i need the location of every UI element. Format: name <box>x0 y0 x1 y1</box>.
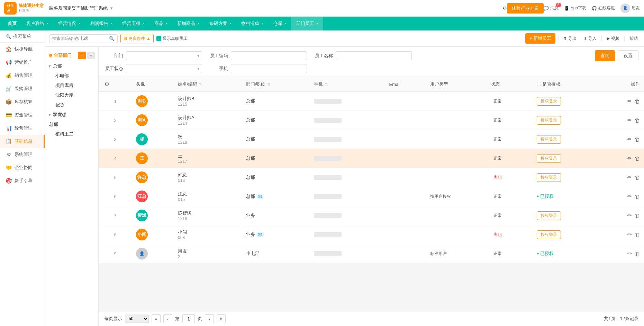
authorize-button[interactable]: 授权登录 <box>537 154 561 163</box>
close-tab-icon[interactable]: × <box>46 21 48 26</box>
table-settings-icon[interactable]: ⚙ <box>103 80 110 88</box>
authorize-button[interactable]: 授权登录 <box>537 230 561 239</box>
edit-button[interactable]: ✏ <box>627 98 632 104</box>
dept-node-总部[interactable]: 总部 <box>45 120 98 129</box>
sidebar-item-库存核算[interactable]: 📦库存核算 <box>0 95 45 108</box>
nav-tab-新增商品[interactable]: 新增商品× <box>172 17 204 30</box>
edit-button[interactable]: ✏ <box>627 212 632 219</box>
search-icon-btn[interactable]: 🔍 <box>109 36 115 41</box>
authorize-button[interactable]: 授权登录 <box>537 135 561 144</box>
edit-button[interactable]: ✏ <box>627 117 632 123</box>
edit-button[interactable]: ✏ <box>627 155 632 161</box>
system-title-arrow[interactable]: ▾ <box>110 6 113 11</box>
delete-button[interactable]: 🗑 <box>635 136 640 142</box>
query-button[interactable]: 查询 <box>595 50 615 61</box>
sidebar-item-基础信息[interactable]: 📋基础信息 <box>0 135 45 148</box>
sidebar-item-快捷导航[interactable]: 🏠快捷导航 <box>0 43 45 56</box>
delete-button[interactable]: 🗑 <box>635 175 640 180</box>
dept-sort-icon[interactable]: ⇅ <box>267 82 270 86</box>
help-button[interactable]: 帮助 <box>627 34 640 43</box>
close-tab-icon[interactable]: × <box>78 21 80 26</box>
sidebar-item-经营管理[interactable]: 📊经营管理 <box>0 122 45 135</box>
nav-tab-首页[interactable]: 首页 <box>3 17 21 30</box>
all-departments-label[interactable]: ⊞ 全部部门 <box>48 52 72 59</box>
edit-button[interactable]: ✏ <box>627 174 632 180</box>
delete-button[interactable]: 🗑 <box>635 232 640 238</box>
filter-phone-input[interactable] <box>231 64 307 73</box>
add-employee-button[interactable]: + 新增员工 <box>525 33 555 44</box>
authorize-button[interactable]: 授权登录 <box>537 211 561 220</box>
gear-icon-top[interactable]: ⚙ <box>503 6 507 11</box>
first-page-button[interactable]: « <box>152 314 161 323</box>
import-button[interactable]: ⬇ 导入 <box>581 34 599 43</box>
set-button[interactable]: 设置 <box>618 50 638 61</box>
edit-button[interactable]: ✏ <box>627 250 632 257</box>
close-tab-icon[interactable]: × <box>261 21 263 26</box>
filter-emp-code-input[interactable] <box>231 51 307 60</box>
close-tab-icon[interactable]: × <box>284 21 287 26</box>
filter-status-select[interactable] <box>126 64 202 73</box>
collapse-dept-button[interactable]: « <box>87 52 95 59</box>
dept-node-总部[interactable]: ▼总部 <box>45 61 98 71</box>
delete-button[interactable]: 🗑 <box>635 213 640 219</box>
trial-button[interactable]: 体验行业方案 <box>507 3 544 14</box>
name-sort-icon[interactable]: ⇅ <box>199 82 202 86</box>
close-tab-icon[interactable]: × <box>316 21 318 26</box>
last-page-button[interactable]: » <box>217 314 226 323</box>
next-page-button[interactable]: › <box>205 314 214 323</box>
export-button[interactable]: ⬆ 导出 <box>561 34 579 43</box>
nav-tab-经营情况[interactable]: 经营情况× <box>53 17 85 30</box>
dept-node-配货[interactable]: 配货 <box>45 100 98 110</box>
dept-node-项目库房[interactable]: 项目库房 <box>45 81 98 90</box>
more-filter-button[interactable]: ⊟ 更多条件 ▲ <box>120 34 154 43</box>
sidebar-item-资金管理[interactable]: 💳资金管理 <box>0 108 45 122</box>
dept-node-双虎想[interactable]: ▼双虎想 <box>45 110 98 120</box>
delete-button[interactable]: 🗑 <box>635 156 640 161</box>
edit-button[interactable]: ✏ <box>627 231 632 238</box>
authorize-button[interactable]: 授权登录 <box>537 116 561 125</box>
dept-node-沈阳大库[interactable]: 沈阳大库 <box>45 90 98 100</box>
user-area[interactable]: 👤 用友 <box>620 3 640 13</box>
prev-page-button[interactable]: ‹ <box>163 314 172 323</box>
add-dept-button[interactable]: + <box>78 52 86 59</box>
delete-button[interactable]: 🗑 <box>635 117 640 123</box>
nav-tab-商品[interactable]: 商品× <box>149 17 172 30</box>
online-service-button[interactable]: 🎧 在线客服 <box>592 5 615 11</box>
search-menu-item[interactable]: 🔍 搜索菜单 <box>0 30 45 43</box>
sidebar-item-企业协同[interactable]: 🤝企业协同 <box>0 161 45 174</box>
nav-tab-经营历程[interactable]: 经营历程× <box>117 17 149 30</box>
delete-button[interactable]: 🗑 <box>635 194 640 200</box>
sidebar-item-系统管理[interactable]: ⚙系统管理 <box>0 148 45 161</box>
sidebar-item-新手引导[interactable]: 🎯新手引导 <box>0 174 45 187</box>
close-tab-icon[interactable]: × <box>229 21 232 26</box>
page-number-input[interactable] <box>182 314 195 323</box>
filter-dept-select[interactable] <box>126 51 202 60</box>
delete-button[interactable]: 🗑 <box>635 251 640 257</box>
authorize-button[interactable]: 授权登录 <box>537 173 561 182</box>
nav-tab-部门员工[interactable]: 部门员工× <box>291 17 323 30</box>
filter-emp-name-input[interactable] <box>336 51 412 60</box>
search-input[interactable] <box>52 36 108 41</box>
nav-tab-客户联络[interactable]: 客户联络× <box>21 17 53 30</box>
close-tab-icon[interactable]: × <box>165 21 167 26</box>
edit-button[interactable]: ✏ <box>627 193 632 200</box>
phone-sort-icon[interactable]: ⇅ <box>325 82 328 86</box>
per-page-select[interactable]: 50 20 100 <box>125 315 149 323</box>
sidebar-item-销售管理[interactable]: 💰销售管理 <box>0 69 45 82</box>
nav-tab-仓库[interactable]: 仓库× <box>269 17 291 30</box>
sidebar-item-营销推广[interactable]: 📢营销推广 <box>0 56 45 69</box>
authorize-button[interactable]: 授权登录 <box>537 97 561 106</box>
dept-node-植树王二[interactable]: 植树王二 <box>45 129 98 139</box>
delete-button[interactable]: 🗑 <box>635 98 640 104</box>
close-tab-icon[interactable]: × <box>142 21 144 26</box>
nav-tab-利润报告[interactable]: 利润报告× <box>85 17 117 30</box>
sidebar-item-采购管理[interactable]: 🛒采购管理 <box>0 82 45 95</box>
view-button[interactable]: ▶ 视频 <box>605 34 622 43</box>
app-download-button[interactable]: 📱 App下载 <box>564 5 586 11</box>
show-resign-checkbox[interactable]: ✓ 显示离职员工 <box>156 36 188 42</box>
close-tab-icon[interactable]: × <box>197 21 199 26</box>
nav-tab-物料清单[interactable]: 物料清单× <box>236 17 268 30</box>
nav-tab-条码方案[interactable]: 条码方案× <box>205 17 236 30</box>
dept-node-小电部[interactable]: 小电部 <box>45 71 98 81</box>
close-tab-icon[interactable]: × <box>110 21 112 26</box>
